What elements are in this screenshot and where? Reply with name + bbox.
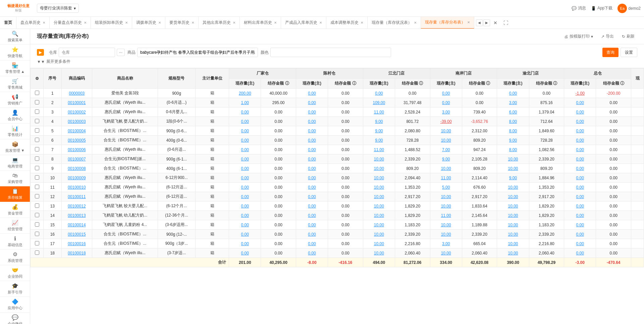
td-jb-stock[interactable]: 109.00: [363, 98, 395, 107]
td-jb-stock[interactable]: 9.00: [363, 126, 395, 136]
nav-tab-0[interactable]: 盘点单历史✕: [16, 17, 50, 29]
td-t-stock[interactable]: 0.00: [564, 98, 596, 107]
td-c-stock[interactable]: 0.00: [296, 248, 328, 258]
nav-expand[interactable]: ⛶: [501, 20, 511, 26]
td-code[interactable]: 00100014: [61, 220, 92, 230]
td-jb-stock[interactable]: 9.00: [363, 117, 395, 126]
td-jb-stock[interactable]: 10.00: [363, 201, 395, 211]
td-yb-stock[interactable]: 9.00: [497, 136, 529, 145]
td-code[interactable]: 00100015: [61, 230, 92, 239]
sidebar-item-system[interactable]: ⚙ 系统管理: [0, 249, 30, 265]
sidebar-item-wholesale[interactable]: 📦 批发管理 ▼: [0, 139, 30, 155]
sidebar-item-nav[interactable]: ⭐ 快捷导航: [0, 45, 30, 60]
td-check[interactable]: [31, 183, 44, 192]
td-t-stock[interactable]: 0.00: [564, 183, 596, 192]
td-jb-stock[interactable]: 10.00: [363, 164, 395, 173]
query-btn[interactable]: 查询: [602, 48, 619, 57]
td-jb-stock[interactable]: 0.00: [363, 89, 395, 98]
td-yb-stock[interactable]: 8.00: [497, 145, 529, 154]
td-jb-stock[interactable]: 10.00: [363, 248, 395, 258]
td-na-stock[interactable]: 10.00: [430, 201, 462, 211]
td-code[interactable]: 00100008: [61, 164, 92, 173]
td-f-stock[interactable]: 0.00: [229, 154, 261, 164]
td-f-stock[interactable]: 0.00: [229, 107, 261, 117]
td-jb-stock[interactable]: 10.00: [363, 230, 395, 239]
td-c-stock[interactable]: 0.00: [296, 89, 328, 98]
nav-tab-7[interactable]: 产成品入库单历史✕: [281, 17, 326, 29]
td-c-stock[interactable]: 0.00: [296, 230, 328, 239]
td-f-stock[interactable]: 0.00: [229, 230, 261, 239]
td-f-stock[interactable]: 0.00: [229, 183, 261, 192]
sidebar-item-retail[interactable]: 🏪 零售管理 ▲: [0, 60, 30, 76]
td-check[interactable]: [31, 89, 44, 98]
td-check[interactable]: [31, 173, 44, 183]
close-icon[interactable]: ✕: [84, 21, 87, 25]
close-icon[interactable]: ✕: [274, 21, 277, 25]
message-btn[interactable]: 💬 消息: [572, 5, 586, 11]
td-check[interactable]: [31, 98, 44, 107]
td-check[interactable]: [31, 164, 44, 173]
td-na-stock[interactable]: 11.00: [430, 211, 462, 220]
td-code[interactable]: 00100006: [61, 145, 92, 154]
td-check[interactable]: [31, 192, 44, 201]
product-input[interactable]: [137, 48, 258, 57]
nav-tab-10[interactable]: 现存量（库存分布表）✕: [421, 17, 474, 29]
td-t-stock[interactable]: 0.00: [564, 239, 596, 248]
sidebar-item-search[interactable]: 🔍 搜索英单: [0, 29, 30, 45]
td-jb-stock[interactable]: 11.00: [363, 145, 395, 154]
td-check[interactable]: [31, 145, 44, 154]
td-jb-stock[interactable]: 10.00: [363, 173, 395, 183]
td-yb-stock[interactable]: 6.00: [497, 107, 529, 117]
td-code[interactable]: 00100005: [61, 136, 92, 145]
td-yb-stock[interactable]: 8.00: [497, 117, 529, 126]
td-f-stock[interactable]: 0.00: [229, 126, 261, 136]
td-f-stock[interactable]: 0.00: [229, 136, 261, 145]
td-f-stock[interactable]: 0.00: [229, 201, 261, 211]
td-f-stock[interactable]: 0.00: [229, 164, 261, 173]
td-na-stock[interactable]: 7.00: [430, 145, 462, 154]
td-yb-stock[interactable]: 10.00: [497, 192, 529, 201]
td-c-stock[interactable]: 0.00: [296, 211, 328, 220]
td-c-stock[interactable]: 0.00: [296, 192, 328, 201]
td-code[interactable]: 00100013: [61, 211, 92, 220]
td-jb-stock[interactable]: 10.00: [363, 239, 395, 248]
td-c-stock[interactable]: 0.00: [296, 126, 328, 136]
td-yb-stock[interactable]: 9.00: [497, 173, 529, 183]
td-check[interactable]: [31, 117, 44, 126]
td-t-stock[interactable]: 0.00: [564, 173, 596, 183]
close-icon[interactable]: ✕: [233, 21, 235, 25]
td-t-stock[interactable]: 0.00: [564, 211, 596, 220]
td-na-stock[interactable]: 5.00: [430, 183, 462, 192]
td-yb-stock[interactable]: 10.00: [497, 220, 529, 230]
sidebar-item-finance[interactable]: 💰 资金管理: [0, 202, 30, 218]
td-c-stock[interactable]: 0.00: [296, 183, 328, 192]
td-t-stock[interactable]: 0.00: [564, 230, 596, 239]
td-c-stock[interactable]: 0.00: [296, 164, 328, 173]
td-jb-stock[interactable]: 10.00: [363, 192, 395, 201]
td-f-stock[interactable]: 1.00: [229, 98, 261, 107]
color-input[interactable]: [270, 48, 391, 57]
td-code[interactable]: 00100009: [61, 173, 92, 183]
store-selector[interactable]: 母婴行业演示陈套 ▾: [37, 4, 79, 13]
sidebar-item-retail-stats[interactable]: 📊 零售统计: [0, 124, 30, 139]
td-na-stock[interactable]: 10.00: [430, 164, 462, 173]
nav-tab-home[interactable]: 首页: [0, 17, 16, 29]
td-code[interactable]: 00100016: [61, 239, 92, 248]
td-check[interactable]: [31, 211, 44, 220]
td-c-stock[interactable]: 0.00: [296, 136, 328, 145]
td-check[interactable]: [31, 126, 44, 136]
td-t-stock[interactable]: 0.00: [564, 192, 596, 201]
warehouse-input[interactable]: [59, 48, 115, 57]
td-na-stock[interactable]: -39.00: [430, 117, 462, 126]
td-c-stock[interactable]: 0.00: [296, 220, 328, 230]
td-t-stock[interactable]: -1.00: [564, 89, 596, 98]
td-na-stock[interactable]: 10.00: [430, 230, 462, 239]
td-na-stock[interactable]: 10.00: [430, 220, 462, 230]
td-f-stock[interactable]: 0.00: [229, 145, 261, 154]
nav-next[interactable]: ▶: [483, 19, 490, 26]
td-code[interactable]: 00100001: [61, 98, 92, 107]
nav-tab-8[interactable]: 成本调整单历史✕: [326, 17, 368, 29]
td-t-stock[interactable]: 0.00: [564, 248, 596, 258]
td-check[interactable]: [31, 230, 44, 239]
nav-tab-3[interactable]: 调拨单历史✕: [132, 17, 165, 29]
